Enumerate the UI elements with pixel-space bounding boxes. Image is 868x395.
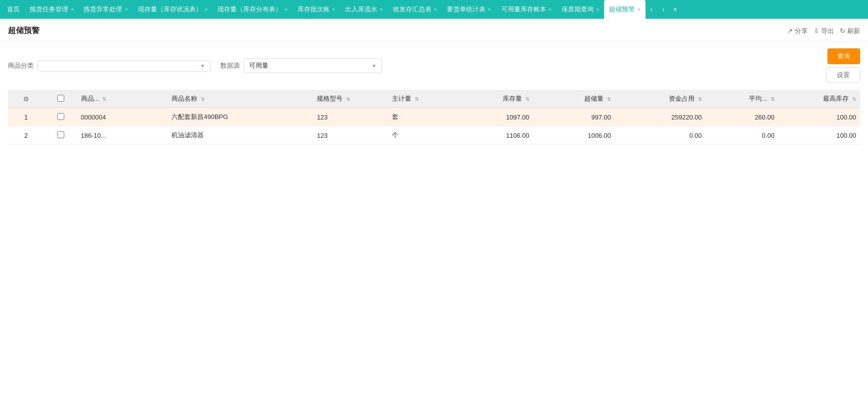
filter-area: 商品分类 ▼ 数据源 可用量 ▼ 查询 设置 [0,41,868,90]
th-spec[interactable]: 规格型号 ⇅ [313,90,388,108]
sort-unit-icon: ⇅ [415,96,419,102]
gear-icon[interactable]: ⚙ [23,95,29,103]
th-overstock[interactable]: 超储量 ⇅ [533,90,615,108]
th-checkbox[interactable] [44,90,77,108]
share-label: 分享 [795,27,808,36]
datasource-filter: 数据源 可用量 ▼ [220,58,382,73]
th-stock[interactable]: 库存量 ⇅ [451,90,533,108]
sort-avg-icon: ⇅ [771,96,775,102]
sort-capital-icon: ⇅ [698,96,702,102]
data-table: ⚙ 商品... ⇅ 商品名称 ⇅ 规格型号 ⇅ [8,90,860,145]
nav-close-arrow[interactable]: × [669,3,681,15]
cell-maxstock: 100.00 [779,126,860,145]
nav-quality-label: 保质期查询 [562,5,594,14]
cell-checkbox[interactable] [44,108,77,126]
nav-inout-flow[interactable]: 出入库流水 × [340,0,388,19]
nav-task-mgmt[interactable]: 拣货任务管理 × [25,0,79,19]
nav-quality[interactable]: 保质期查询 × [557,0,604,19]
nav-abnormal-close[interactable]: × [125,6,128,12]
cell-stock: 1106.00 [451,126,533,145]
nav-prev-arrow[interactable]: ‹ [646,3,657,15]
header-actions: ↗ 分享 ⇩ 导出 ↻ 刷新 [787,27,860,36]
query-button[interactable]: 查询 [827,48,860,64]
th-capital[interactable]: 资金占用 ⇅ [615,90,706,108]
th-avg[interactable]: 平均... ⇅ [706,90,779,108]
th-product-code-label: 商品... [81,95,99,102]
product-category-select[interactable]: ▼ [38,60,211,72]
row-checkbox[interactable] [57,113,64,120]
nav-batch-close[interactable]: × [332,6,335,12]
sort-overstock-icon: ⇅ [607,96,611,102]
nav-available-ledger-close[interactable]: × [549,6,552,12]
share-button[interactable]: ↗ 分享 [787,27,808,36]
nav-inout-flow-close[interactable]: × [380,6,383,12]
th-product-code[interactable]: 商品... ⇅ [77,90,168,108]
page-title: 超储预警 [8,26,40,36]
cell-capital: 259220.00 [615,108,706,126]
nav-stock-dist[interactable]: 现存量（库存分布表） × [213,0,292,19]
top-nav: 首页 拣货任务管理 × 拣货异常处理 × 现存量（库存状况表） × 现存量（库存… [0,0,868,19]
cell-checkbox[interactable] [44,126,77,145]
cell-product-name: 六配套新昌490BPG [168,108,313,126]
nav-order-stat-label: 要货单统计表 [447,5,485,14]
nav-abnormal-label: 拣货异常处理 [84,5,122,14]
datasource-value: 可用量 [249,61,368,70]
cell-overstock: 997.00 [533,108,615,126]
product-category-label: 商品分类 [8,61,34,70]
nav-task-mgmt-label: 拣货任务管理 [30,5,68,14]
nav-overstock-warning-close[interactable]: × [637,6,640,12]
cell-product-name: 机油滤清器 [168,126,313,145]
th-maxstock-label: 最高库存 [823,95,849,102]
nav-abnormal[interactable]: 拣货异常处理 × [79,0,132,19]
nav-next-arrow[interactable]: › [657,3,669,15]
th-unit-label: 主计量 [392,95,411,102]
cell-spec: 123 [313,126,388,145]
table-row: 1 0000004 六配套新昌490BPG 123 套 1097.00 997.… [8,108,860,126]
th-product-name[interactable]: 商品名称 ⇅ [168,90,313,108]
table-header-row: ⚙ 商品... ⇅ 商品名称 ⇅ 规格型号 ⇅ [8,90,860,108]
th-product-name-label: 商品名称 [172,95,197,102]
nav-home[interactable]: 首页 [2,0,25,19]
th-avg-label: 平均... [749,95,767,102]
cell-unit: 个 [388,126,452,145]
cell-unit: 套 [388,108,452,126]
cell-product-code: 186-10... [77,126,168,145]
nav-order-stat[interactable]: 要货单统计表 × [442,0,496,19]
datasource-arrow-icon: ▼ [372,63,377,69]
row-checkbox[interactable] [57,131,64,138]
th-settings[interactable]: ⚙ [8,90,44,108]
nav-receive-send-close[interactable]: × [434,6,437,12]
sort-maxstock-icon: ⇅ [852,96,856,102]
nav-inout-flow-label: 出入库流水 [345,5,377,14]
refresh-button[interactable]: ↻ 刷新 [840,27,860,36]
th-overstock-label: 超储量 [584,95,604,102]
sort-stock-icon: ⇅ [525,96,529,102]
nav-task-mgmt-close[interactable]: × [71,6,74,12]
nav-batch[interactable]: 库存批次账 × [293,0,340,19]
refresh-label: 刷新 [847,27,860,36]
export-button[interactable]: ⇩ 导出 [814,27,834,36]
page-header: 超储预警 ↗ 分享 ⇩ 导出 ↻ 刷新 [0,19,868,41]
nav-receive-send-label: 收发存汇总表 [393,5,432,14]
datasource-select[interactable]: 可用量 ▼ [244,58,382,73]
nav-stock-dist-close[interactable]: × [284,6,287,12]
nav-receive-send[interactable]: 收发存汇总表 × [388,0,442,19]
th-unit[interactable]: 主计量 ⇅ [388,90,452,108]
sort-product-name-icon: ⇅ [201,96,205,102]
nav-overstock-warning[interactable]: 超储预警 × [604,0,645,19]
th-stock-label: 库存量 [503,95,522,102]
share-icon: ↗ [787,27,793,35]
th-maxstock[interactable]: 最高库存 ⇅ [779,90,860,108]
select-all-checkbox[interactable] [57,95,64,102]
nav-order-stat-close[interactable]: × [488,6,491,12]
cell-avg: 260.00 [706,108,779,126]
nav-quality-close[interactable]: × [596,6,599,12]
nav-available-ledger[interactable]: 可用量库存账本 × [496,0,557,19]
cell-capital: 0.00 [615,126,706,145]
nav-stock-status[interactable]: 现存量（库存状况表） × [133,0,213,19]
settings-button[interactable]: 设置 [826,67,860,83]
export-icon: ⇩ [814,27,819,35]
datasource-label: 数据源 [220,61,240,70]
nav-stock-status-close[interactable]: × [205,6,208,12]
nav-available-ledger-label: 可用量库存账本 [501,5,546,14]
